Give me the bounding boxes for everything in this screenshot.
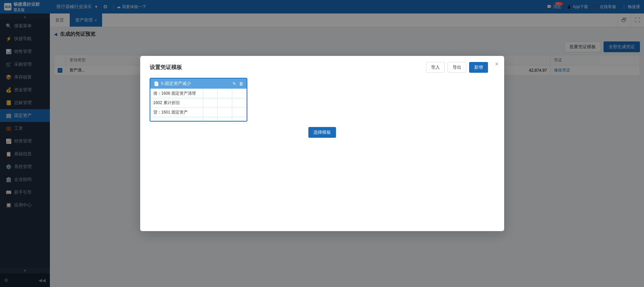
template-header-actions: ✎ 🗑: [233, 81, 243, 86]
template-edit-icon[interactable]: ✎: [233, 81, 236, 86]
template-row-col4-1: [232, 89, 246, 98]
select-template-area: 选择模板: [150, 127, 495, 138]
template-row-2: 1602 累计折旧: [150, 98, 246, 108]
template-row-3: 贷：1601 固定资产: [150, 108, 246, 117]
template-row-col4-3: [232, 108, 246, 117]
template-row-account-1: 借：1606 固定资产清理: [150, 89, 203, 98]
modal-close-btn[interactable]: ×: [495, 61, 499, 68]
template-row-account-3: 贷：1601 固定资产: [150, 108, 203, 117]
template-row-col2-2: [203, 98, 218, 108]
template-row-col2-3: [203, 108, 218, 117]
template-card-body: 借：1606 固定资产清理 1602 累计折旧 贷: [150, 89, 247, 121]
template-row-1: 借：1606 固定资产清理: [150, 89, 246, 98]
new-btn[interactable]: 新增: [469, 62, 488, 73]
modal-toolbar: 导入 导出 新增: [426, 62, 488, 73]
template-card-header: 📄 5-固定资产减少 ✎ 🗑: [150, 78, 247, 89]
template-row-col4-2: [232, 98, 246, 108]
template-row-col3-1: [218, 89, 232, 98]
template-row-col2-1: [203, 89, 218, 98]
modal-set-template: 设置凭证模板 × 导入 导出 新增 📄 5-固定资产减少 ✎ 🗑: [140, 56, 504, 231]
import-btn[interactable]: 导入: [426, 62, 445, 73]
template-row-account-4: [150, 117, 203, 121]
template-row-col2-4: [203, 117, 218, 121]
export-btn[interactable]: 导出: [448, 62, 466, 73]
template-row-account-2: 1602 累计折旧: [150, 98, 203, 108]
template-header-left: 📄 5-固定资产减少: [154, 81, 191, 87]
template-row-col3-3: [218, 108, 232, 117]
template-row-4: [150, 117, 246, 121]
template-doc-icon: 📄: [154, 81, 159, 86]
template-delete-icon[interactable]: 🗑: [239, 81, 243, 86]
select-template-btn[interactable]: 选择模板: [308, 127, 336, 138]
template-row-col4-4: [232, 117, 246, 121]
template-card: 📄 5-固定资产减少 ✎ 🗑 借：1606 固定资产清理: [150, 78, 247, 122]
template-row-col3-2: [218, 98, 232, 108]
modal-overlay: 设置凭证模板 × 导入 导出 新增 📄 5-固定资产减少 ✎ 🗑: [0, 0, 644, 287]
template-row-col3-4: [218, 117, 232, 121]
template-name: 5-固定资产减少: [161, 81, 191, 87]
template-entries-table: 借：1606 固定资产清理 1602 累计折旧 贷: [150, 89, 247, 121]
